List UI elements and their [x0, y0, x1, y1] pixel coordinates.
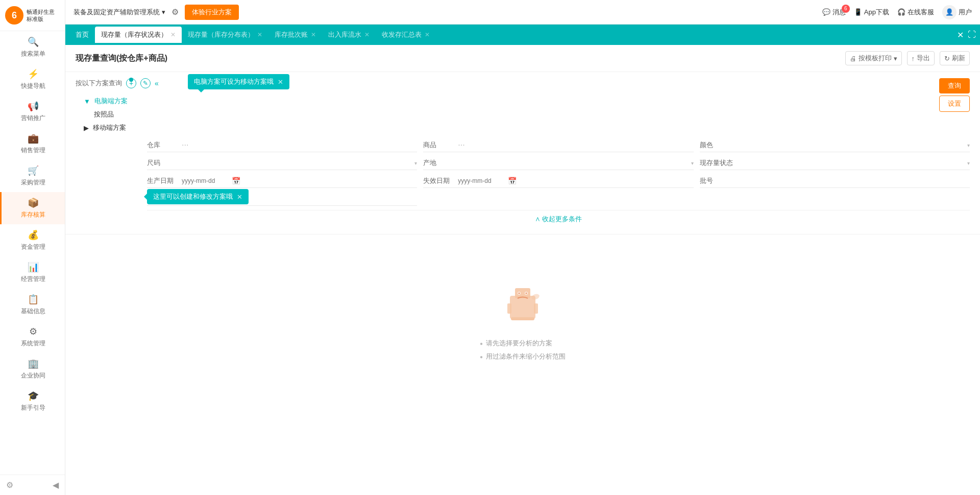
tab-close-inout[interactable]: ✕ [364, 31, 370, 38]
sales-icon: 💼 [28, 133, 39, 144]
sidebar-item-operations[interactable]: 📊 经营管理 [0, 256, 65, 289]
warehouse-dots: ··· [182, 140, 188, 150]
svg-rect-6 [507, 303, 511, 314]
sidebar-item-inventory[interactable]: 📦 库存核算 [0, 192, 65, 224]
filter-header: 按以下方案查询 + ✎ « 电脑方案可设为移动方案哦 ✕ [76, 78, 970, 88]
tab-close-inventory-status[interactable]: ✕ [170, 31, 176, 38]
tab-close-all-icon[interactable]: ✕ [957, 30, 964, 40]
settings-icon[interactable]: ⚙ [6, 480, 13, 490]
tab-inout-flow[interactable]: 出入库流水 ✕ [322, 27, 376, 43]
refresh-btn[interactable]: ↻ 刷新 [940, 51, 970, 65]
system-selector[interactable]: 装备及固定资产辅助管理系统 ▾ [74, 8, 165, 17]
size-input[interactable] [182, 159, 410, 167]
tab-fullscreen-icon[interactable]: ⛶ [968, 30, 976, 40]
empty-tip-1: 请先选择要分析的方案 [480, 337, 566, 350]
batch-input[interactable] [734, 177, 970, 185]
search-btn[interactable]: 查询 [939, 78, 970, 93]
logo-icon: 6 [5, 6, 23, 25]
sidebar-item-system[interactable]: ⚙ 系统管理 [0, 321, 65, 353]
sidebar-item-search[interactable]: 🔍 搜索菜单 [0, 31, 65, 63]
origin-input[interactable] [458, 159, 687, 167]
sidebar-item-enterprise[interactable]: 🏢 企业协同 [0, 353, 65, 385]
origin-dropdown-icon[interactable]: ▾ [691, 160, 694, 166]
tab-bar-controls: ✕ ⛶ [957, 30, 976, 40]
sidebar-item-purchase[interactable]: 🛒 采购管理 [0, 160, 65, 192]
topbar-left: 装备及固定资产辅助管理系统 ▾ ⚙ 体验行业方案 [74, 5, 239, 20]
calendar-icon-expiry[interactable]: 📅 [508, 177, 517, 185]
sidebar: 6 畅通好生意 标准版 🔍 搜索菜单 ⚡ 快捷导航 📢 营销推广 💼 销售管理 … [0, 0, 65, 495]
sidebar-item-marketing[interactable]: 📢 营销推广 [0, 96, 65, 128]
filter-add-btn[interactable]: + [126, 78, 136, 88]
expiry-date-input[interactable] [458, 177, 504, 184]
print-btn[interactable]: 🖨 按模板打印 ▾ [845, 51, 902, 65]
svg-rect-7 [534, 303, 538, 314]
color-dropdown-icon[interactable]: ▾ [967, 143, 970, 148]
batch-field: 批号 [700, 176, 970, 188]
sidebar-item-guide[interactable]: 🎓 新手引导 [0, 385, 65, 417]
production-date-input[interactable] [182, 177, 228, 184]
purchase-icon: 🛒 [28, 165, 39, 176]
scheme-expand-icon: ▼ [84, 98, 90, 105]
production-date-field: 生产日期 📅 [147, 176, 417, 188]
scheme-desktop-sub[interactable]: 按照品 [80, 108, 146, 121]
user-avatar: 👤 [942, 5, 957, 19]
tab-close-inventory-dist[interactable]: ✕ [257, 31, 262, 38]
collapse-icon: ∧ [535, 215, 541, 223]
industry-btn[interactable]: 体验行业方案 [185, 5, 239, 20]
scheme-mobile[interactable]: ▶ 移动端方案 [80, 121, 146, 134]
sidebar-item-sales[interactable]: 💼 销售管理 [0, 128, 65, 160]
goods-field: 商品 ··· [423, 140, 693, 152]
export-btn[interactable]: ↑ 导出 [907, 51, 935, 65]
logo-text: 畅通好生意 标准版 [27, 8, 55, 23]
expiry-date-field: 失效日期 📅 [423, 176, 693, 188]
filter-edit-btn[interactable]: ✎ [140, 78, 151, 88]
filter-arrow-btn[interactable]: « [155, 79, 159, 87]
support-action[interactable]: 🎧 在线客服 [897, 8, 934, 17]
create-tooltip-close[interactable]: ✕ [237, 193, 242, 201]
size-dropdown-icon[interactable]: ▾ [414, 160, 417, 166]
tab-inventory-status[interactable]: 现存量（库存状况表） ✕ [95, 27, 182, 43]
sidebar-item-finance[interactable]: 💰 资金管理 [0, 224, 65, 256]
marketing-icon: 📢 [28, 101, 39, 112]
message-action[interactable]: 💬 6 消息 [822, 8, 846, 17]
message-badge: 6 [842, 5, 850, 13]
tab-home[interactable]: 首页 [69, 30, 95, 39]
message-icon: 💬 [822, 8, 830, 16]
scheme-section: ▼ 电脑端方案 按照品 ▶ 移动端方案 这里可以创建和修改方案哦 ✕ [76, 95, 970, 140]
page-actions: 🖨 按模板打印 ▾ ↑ 导出 ↻ 刷新 [845, 51, 970, 65]
page-content: 现存量查询(按仓库+商品) 🖨 按模板打印 ▾ ↑ 导出 ↻ 刷新 [65, 45, 980, 495]
inventory-status-dropdown-icon[interactable]: ▾ [967, 160, 970, 166]
basic-icon: 📋 [28, 294, 39, 305]
sidebar-bottom: ⚙ ◀ [0, 475, 65, 495]
tab-close-batch[interactable]: ✕ [311, 31, 316, 38]
reset-btn[interactable]: 设置 [939, 96, 970, 112]
collapse-sidebar-icon[interactable]: ◀ [53, 480, 59, 490]
svg-point-4 [519, 293, 520, 294]
filter-fields: 仓库 ··· 商品 ··· 颜色 ▾ [76, 140, 970, 228]
calendar-icon-production[interactable]: 📅 [232, 177, 240, 185]
tab-receive-summary[interactable]: 收发存汇总表 ✕ [376, 27, 436, 43]
sidebar-item-quicknav[interactable]: ⚡ 快捷导航 [0, 63, 65, 96]
topbar-right: 💬 6 消息 📱 App下载 🎧 在线客服 👤 用户 [822, 5, 972, 19]
app-download-action[interactable]: 📱 App下载 [854, 8, 889, 17]
svg-rect-0 [510, 296, 535, 319]
tab-inventory-dist[interactable]: 现存量（库存分布表） ✕ [182, 27, 268, 43]
main-content: 装备及固定资产辅助管理系统 ▾ ⚙ 体验行业方案 💬 6 消息 📱 App下载 … [65, 0, 980, 495]
collapse-btn[interactable]: ∧ 收起更多条件 [147, 210, 970, 228]
color-input[interactable] [734, 142, 963, 149]
tab-batch-account[interactable]: 库存批次账 ✕ [268, 27, 322, 43]
tab-close-receive[interactable]: ✕ [425, 31, 430, 38]
topbar-settings-icon[interactable]: ⚙ [172, 7, 179, 17]
sidebar-item-basic[interactable]: 📋 基础信息 [0, 289, 65, 321]
guide-icon: 🎓 [28, 390, 39, 402]
origin-field: 产地 ▾ [423, 158, 693, 170]
operations-icon: 📊 [28, 262, 39, 273]
inventory-status-input[interactable] [737, 159, 963, 167]
topbar: 装备及固定资产辅助管理系统 ▾ ⚙ 体验行业方案 💬 6 消息 📱 App下载 … [65, 0, 980, 25]
scheme-desktop[interactable]: ▼ 电脑端方案 [80, 95, 146, 108]
quicknav-icon: ⚡ [28, 68, 39, 80]
user-action[interactable]: 👤 用户 [942, 5, 972, 19]
scheme-tooltip: 电脑方案可设为移动方案哦 ✕ [188, 74, 289, 89]
scheme-tooltip-close[interactable]: ✕ [278, 78, 283, 86]
empty-tips: 请先选择要分析的方案 用过滤条件来缩小分析范围 [480, 337, 566, 363]
